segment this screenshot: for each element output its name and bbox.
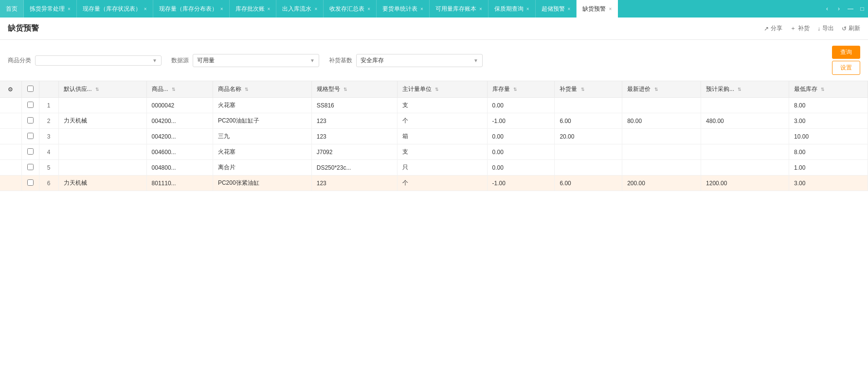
tab-next-btn[interactable]: › bbox=[833, 0, 845, 18]
row-checkbox-4[interactable] bbox=[27, 164, 34, 170]
tab-close-6[interactable]: × bbox=[367, 6, 370, 12]
col-settings[interactable]: ⚙ bbox=[0, 81, 21, 98]
tab-close-11[interactable]: × bbox=[609, 6, 612, 12]
row-stock-cell: -1.00 bbox=[487, 176, 555, 191]
row-unit-cell: 只 bbox=[397, 160, 487, 176]
table-row[interactable]: 5 004800... 离合片 DS250*23c... 只 0.00 1.00 bbox=[0, 160, 868, 176]
col-default-supplier[interactable]: 默认供应... ⇅ bbox=[58, 81, 146, 98]
row-checkbox-cell[interactable] bbox=[21, 176, 39, 191]
table-row[interactable]: 3 004200... 三九 123 箱 0.00 20.00 10.00 bbox=[0, 129, 868, 144]
row-checkbox-2[interactable] bbox=[27, 133, 34, 139]
tab-demand-stats[interactable]: 要货单统计表 × bbox=[377, 0, 430, 18]
row-stock-cell: 0.00 bbox=[487, 144, 555, 160]
tab-home[interactable]: 首页 bbox=[0, 0, 24, 18]
tab-close-1[interactable]: × bbox=[68, 6, 71, 12]
minimize-btn[interactable]: — bbox=[845, 0, 856, 18]
col-unit[interactable]: 主计量单位 ⇅ bbox=[397, 81, 487, 98]
tab-close-10[interactable]: × bbox=[568, 6, 571, 12]
share-btn[interactable]: ↗ 分享 bbox=[764, 24, 782, 33]
table-row[interactable]: 6 力天机械 801110... PC200张紧油缸 123 个 -1.00 6… bbox=[0, 176, 868, 191]
tab-close-9[interactable]: × bbox=[526, 6, 529, 12]
col-stock[interactable]: 库存量 ⇅ bbox=[487, 81, 555, 98]
query-button[interactable]: 查询 bbox=[832, 46, 860, 59]
row-settings-cell bbox=[0, 113, 21, 129]
tab-inout-flow[interactable]: 出入库流水 × bbox=[276, 0, 324, 18]
row-index-cell: 3 bbox=[39, 129, 58, 144]
col-checkbox[interactable] bbox=[21, 81, 39, 98]
row-spec-cell: J7092 bbox=[311, 144, 397, 160]
row-latest-price-cell bbox=[622, 144, 701, 160]
tab-close-3[interactable]: × bbox=[220, 6, 223, 12]
row-estimated-purchase-cell bbox=[701, 144, 789, 160]
row-stock-cell: 0.00 bbox=[487, 98, 555, 113]
tab-overstock-warning[interactable]: 超储预警 × bbox=[536, 0, 577, 18]
tab-close-4[interactable]: × bbox=[268, 6, 271, 12]
col-product-code[interactable]: 商品... ⇅ bbox=[146, 81, 213, 98]
row-estimated-purchase-cell bbox=[701, 98, 789, 113]
row-checkbox-cell[interactable] bbox=[21, 160, 39, 176]
row-settings-cell bbox=[0, 98, 21, 113]
row-checkbox-cell[interactable] bbox=[21, 113, 39, 129]
col-latest-price[interactable]: 最新进价 ⇅ bbox=[622, 81, 701, 98]
datasource-select-value: 可用量 bbox=[197, 56, 215, 65]
table-row[interactable]: 2 力天机械 004200... PC200油缸缸子 123 个 -1.00 6… bbox=[0, 113, 868, 129]
col-min-stock[interactable]: 最低库存 ⇅ bbox=[789, 81, 868, 98]
export-btn[interactable]: ↓ 导出 bbox=[817, 24, 834, 33]
replenish-btn[interactable]: ＋ 补货 bbox=[790, 24, 810, 33]
col-estimated-purchase[interactable]: 预计采购... ⇅ bbox=[701, 81, 789, 98]
tab-picking-exception[interactable]: 拣货异常处理 × bbox=[24, 0, 77, 18]
row-checkbox-cell[interactable] bbox=[21, 144, 39, 160]
tab-current-stock-dist[interactable]: 现存量（库存分布表） × bbox=[153, 0, 230, 18]
table-row[interactable]: 1 0000042 火花塞 SS816 支 0.00 8.00 bbox=[0, 98, 868, 113]
tab-available-ledger[interactable]: 可用量库存账本 × bbox=[430, 0, 488, 18]
row-checkbox-cell[interactable] bbox=[21, 98, 39, 113]
col-replenish-qty[interactable]: 补货量 ⇅ bbox=[555, 81, 622, 98]
row-product-code-cell: 0000042 bbox=[146, 98, 213, 113]
row-stock-cell: 0.00 bbox=[487, 129, 555, 144]
tab-receipt-summary[interactable]: 收发存汇总表 × bbox=[324, 0, 377, 18]
page-header: 缺货预警 ↗ 分享 ＋ 补货 ↓ 导出 ↺ 刷新 bbox=[0, 18, 868, 40]
tab-close-8[interactable]: × bbox=[479, 6, 482, 12]
maximize-btn[interactable]: □ bbox=[856, 0, 868, 18]
replenish-base-dropdown-icon: ▼ bbox=[473, 58, 478, 63]
table-row[interactable]: 4 004600... 火花塞 J7092 支 0.00 8.00 bbox=[0, 144, 868, 160]
col-product-name[interactable]: 商品名称 ⇅ bbox=[213, 81, 311, 98]
share-icon: ↗ bbox=[764, 25, 769, 32]
replenish-base-select[interactable]: 安全库存 ▼ bbox=[356, 54, 483, 67]
row-stock-cell: 0.00 bbox=[487, 160, 555, 176]
row-checkbox-0[interactable] bbox=[27, 102, 34, 108]
row-min-stock-cell: 3.00 bbox=[789, 176, 868, 191]
row-product-code-cell: 004800... bbox=[146, 160, 213, 176]
row-checkbox-cell[interactable] bbox=[21, 129, 39, 144]
header-actions: ↗ 分享 ＋ 补货 ↓ 导出 ↺ 刷新 bbox=[764, 24, 860, 33]
tab-current-stock-status[interactable]: 现存量（库存状况表） × bbox=[77, 0, 153, 18]
row-checkbox-3[interactable] bbox=[27, 148, 34, 155]
code-sort-icon: ⇅ bbox=[172, 87, 176, 92]
row-product-code-cell: 801110... bbox=[146, 176, 213, 191]
category-select[interactable]: ▼ bbox=[35, 55, 162, 66]
tab-close-2[interactable]: × bbox=[144, 6, 147, 12]
tab-batch-account[interactable]: 库存批次账 × bbox=[230, 0, 277, 18]
row-index-cell: 4 bbox=[39, 144, 58, 160]
row-estimated-purchase-cell bbox=[701, 129, 789, 144]
row-checkbox-5[interactable] bbox=[27, 179, 34, 186]
row-index-cell: 1 bbox=[39, 98, 58, 113]
refresh-btn[interactable]: ↺ 刷新 bbox=[842, 24, 860, 33]
row-product-name-cell: PC200油缸缸子 bbox=[213, 113, 311, 129]
row-replenish-qty-cell bbox=[555, 144, 622, 160]
tab-close-5[interactable]: × bbox=[314, 6, 317, 12]
category-filter-group: 商品分类 ▼ bbox=[8, 55, 162, 66]
export-icon: ↓ bbox=[817, 25, 820, 32]
tab-shortage-warning[interactable]: 缺货预警 × bbox=[577, 0, 618, 18]
tab-close-7[interactable]: × bbox=[420, 6, 423, 12]
stock-sort-icon: ⇅ bbox=[513, 87, 517, 92]
min-stock-sort-icon: ⇅ bbox=[821, 87, 825, 92]
settings-button[interactable]: 设置 bbox=[832, 61, 860, 75]
tab-prev-btn[interactable]: ‹ bbox=[821, 0, 833, 18]
row-checkbox-1[interactable] bbox=[27, 117, 34, 123]
datasource-select[interactable]: 可用量 ▼ bbox=[193, 54, 319, 67]
select-all-checkbox[interactable] bbox=[27, 86, 34, 92]
tab-expiry-query[interactable]: 保质期查询 × bbox=[488, 0, 536, 18]
col-spec[interactable]: 规格型号 ⇅ bbox=[311, 81, 397, 98]
replenish-base-select-value: 安全库存 bbox=[361, 56, 384, 65]
